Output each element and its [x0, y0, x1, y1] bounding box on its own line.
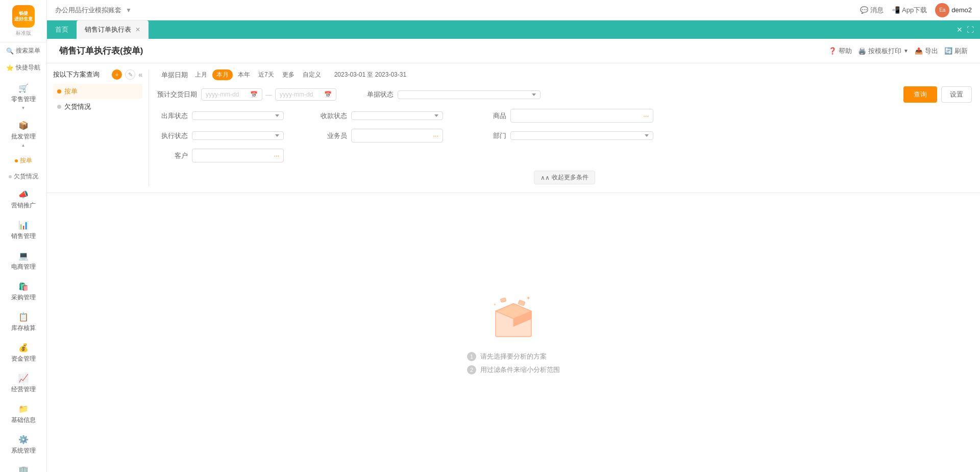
- header-left: 办公用品行业模拟账套 ▼: [55, 6, 132, 15]
- filter-nav-order[interactable]: 按单: [53, 84, 142, 99]
- calendar-to-icon: 📅: [324, 91, 332, 98]
- message-label: 消息: [870, 6, 884, 15]
- collapse-row: ∧∧ 收起更多条件: [157, 169, 972, 186]
- tab-sales-exec[interactable]: 销售订单执行表 ✕: [77, 20, 149, 39]
- page-title: 销售订单执行表(按单): [59, 45, 143, 57]
- logo-icon: 畅捷进好生意: [12, 5, 35, 28]
- tab-sales-exec-close[interactable]: ✕: [135, 26, 140, 33]
- payment-status-label: 收款状态: [316, 111, 347, 121]
- wholesale-arrow-icon: ▲: [21, 143, 26, 148]
- filter-edit-btn[interactable]: ✎: [125, 69, 135, 80]
- filter-add-btn[interactable]: +: [112, 69, 122, 80]
- tab-home[interactable]: 首页: [47, 20, 77, 39]
- basic-icon: 📁: [18, 404, 29, 414]
- delivery-status-label: 出库状态: [157, 111, 188, 121]
- date-label: 单据日期: [157, 70, 188, 80]
- export-label: 导出: [925, 46, 938, 56]
- date-tab-last7[interactable]: 近7天: [255, 69, 277, 80]
- tab-maximize-icon[interactable]: ⛶: [967, 26, 974, 34]
- search-button[interactable]: 查询: [903, 86, 937, 103]
- filter-row-4: 执行状态 业务员 ··· 部门: [157, 129, 972, 143]
- filter-row-3: 出库状态 收款状态 商品: [157, 109, 972, 123]
- sidebar-item-finance[interactable]: 💰 资金管理: [0, 338, 46, 368]
- export-btn[interactable]: 📤 导出: [915, 46, 938, 56]
- payment-status-dropdown-icon: [434, 114, 438, 117]
- filter-doc-status: 单据状态: [363, 90, 541, 99]
- filter-exec-status: 执行状态: [157, 131, 300, 140]
- purchase-icon: 🛍️: [18, 281, 29, 291]
- message-action[interactable]: 💬 消息: [860, 6, 884, 15]
- sidebar-item-wholesale[interactable]: 📦 批发管理 ▲: [0, 115, 46, 153]
- customer-select[interactable]: ···: [192, 149, 284, 162]
- tab-sales-exec-label: 销售订单执行表: [85, 25, 131, 34]
- sidebar-sub-item-order[interactable]: 按单: [0, 153, 46, 169]
- tab-close-all-icon[interactable]: ✕: [957, 26, 963, 34]
- payment-status-select[interactable]: [351, 111, 443, 120]
- enterprise-icon: 🏢: [18, 465, 29, 472]
- delivery-status-select[interactable]: [192, 111, 284, 120]
- tip-number-1: 1: [467, 352, 476, 361]
- sidebar-search-item[interactable]: 🔍 搜索菜单: [0, 42, 46, 59]
- sidebar-item-enterprise[interactable]: 🏢 企业协同: [0, 460, 46, 472]
- refresh-btn[interactable]: 🔄 刷新: [944, 46, 968, 56]
- product-more-icon: ···: [643, 112, 649, 120]
- sidebar-quick-nav-item[interactable]: ⭐ 快捷导航: [0, 59, 46, 76]
- app-download-action[interactable]: 📲 App下载: [892, 6, 927, 15]
- sidebar-item-ecommerce[interactable]: 💻 电商管理: [0, 246, 46, 276]
- filter-area: 按以下方案查询 + ✎ « 按单: [47, 63, 980, 193]
- help-btn[interactable]: ❓ 帮助: [828, 46, 852, 56]
- product-label: 商品: [476, 111, 506, 121]
- sidebar-item-operation[interactable]: 📈 经营管理: [0, 368, 46, 399]
- breadcrumb-dropdown-icon[interactable]: ▼: [126, 7, 132, 14]
- collapse-filter-btn[interactable]: ∧∧ 收起更多条件: [534, 171, 595, 184]
- logo-text: 标准版: [16, 30, 31, 37]
- date-tab-current-month[interactable]: 本月: [212, 69, 233, 80]
- customer-label: 客户: [157, 151, 188, 160]
- empty-tip-1: 1 请先选择要分析的方案: [467, 352, 560, 361]
- expected-date-to[interactable]: yyyy-mm-dd 📅: [275, 88, 336, 101]
- sidebar-item-retail[interactable]: 🛒 零售管理 ▼: [0, 78, 46, 115]
- help-icon: ❓: [828, 47, 837, 55]
- operation-icon: 📈: [18, 373, 29, 383]
- print-btn[interactable]: 🖨️ 按模板打印 ▼: [858, 46, 909, 56]
- sidebar-item-purchase[interactable]: 🛍️ 采购管理: [0, 276, 46, 307]
- breadcrumb: 办公用品行业模拟账套: [55, 6, 121, 15]
- salesperson-select[interactable]: ···: [351, 129, 443, 143]
- print-dropdown-icon: ▼: [903, 48, 909, 54]
- date-range-control: 上月 本月 本年 近7天 更多 自定义: [192, 69, 324, 80]
- date-tab-last-month[interactable]: 上月: [192, 69, 210, 80]
- exec-status-select[interactable]: [192, 131, 284, 140]
- date-tab-current-year[interactable]: 本年: [235, 69, 253, 80]
- sidebar-sub-item-debt[interactable]: 欠货情况: [0, 169, 46, 184]
- filter-customer: 客户 ···: [157, 149, 300, 162]
- user-profile[interactable]: Ea demo2: [935, 3, 972, 17]
- expected-date-from[interactable]: yyyy-mm-dd 📅: [201, 88, 262, 101]
- filter-nav-debt-label: 欠货情况: [64, 102, 91, 111]
- status-select[interactable]: [398, 90, 541, 99]
- salesperson-label: 业务员: [316, 131, 347, 140]
- page-header: 销售订单执行表(按单) ❓ 帮助 🖨️ 按模板打印 ▼ 📤 导出 🔄 刷新: [47, 39, 980, 63]
- avatar: Ea: [935, 3, 949, 17]
- sales-icon: 📊: [18, 220, 29, 230]
- product-select[interactable]: ···: [510, 109, 653, 123]
- date-tab-more[interactable]: 更多: [279, 69, 298, 80]
- app-download-label: App下载: [902, 6, 927, 15]
- sidebar-item-marketing[interactable]: 📣 营销推广: [0, 184, 46, 215]
- sub-dot-order: [15, 159, 18, 162]
- settings-button[interactable]: 设置: [941, 86, 972, 103]
- filter-nav-debt[interactable]: 欠货情况: [53, 99, 142, 114]
- expected-date-to-text: yyyy-mm-dd: [280, 91, 313, 98]
- sidebar-item-basic[interactable]: 📁 基础信息: [0, 399, 46, 430]
- sidebar-item-system[interactable]: ⚙️ 系统管理: [0, 430, 46, 460]
- filter-nav-order-label: 按单: [64, 87, 78, 96]
- sidebar-item-sales[interactable]: 📊 销售管理: [0, 215, 46, 246]
- print-icon: 🖨️: [858, 47, 866, 55]
- date-tab-custom[interactable]: 自定义: [300, 69, 324, 80]
- filter-collapse-btn[interactable]: «: [138, 70, 142, 79]
- sidebar-item-purchase-label: 采购管理: [11, 293, 36, 302]
- system-icon: ⚙️: [18, 435, 29, 444]
- sidebar-item-inventory[interactable]: 📋 库存核算: [0, 307, 46, 338]
- filter-payment-status: 收款状态: [316, 111, 459, 121]
- department-select[interactable]: [510, 131, 653, 140]
- filter-salesperson: 业务员 ···: [316, 129, 459, 143]
